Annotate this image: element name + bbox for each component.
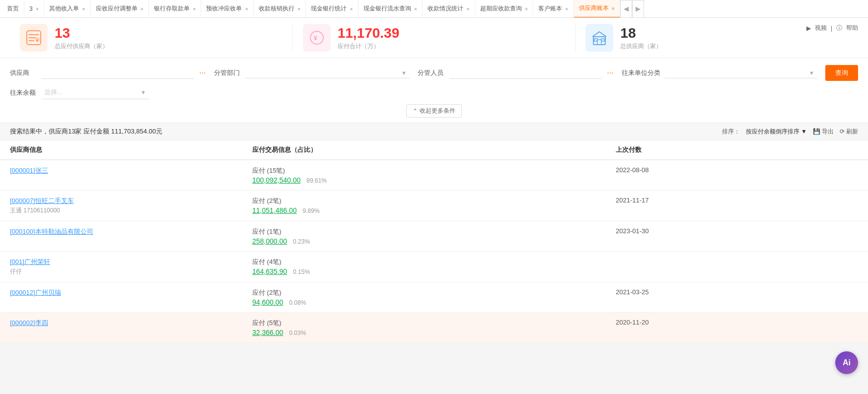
person-input[interactable] [449, 67, 602, 79]
balance-select[interactable]: 选择... ▼ [41, 86, 149, 99]
stat-total-text: 18 总供应商（家） [620, 25, 662, 51]
close-icon[interactable]: × [466, 6, 469, 12]
close-icon[interactable]: × [141, 6, 144, 12]
video-icon: ▶ [806, 25, 811, 32]
trans-amount[interactable]: 100,092,540.00 [252, 176, 300, 184]
trans-cell: 应付 (15笔) 100,092,540.00 89.61% [252, 166, 616, 184]
collapse-label: 收起更多条件 [420, 107, 455, 115]
balance-placeholder: 选择... [44, 88, 63, 97]
last-pay-cell: 2020-11-20 [616, 319, 858, 326]
nav-prev-arrow[interactable]: ◀ [620, 0, 632, 18]
trans-amount[interactable]: 32,366.00 [252, 328, 283, 336]
table-row[interactable]: [000007]恒旺二手叉车 王通 17106110000 应付 (2笔) 11… [0, 191, 868, 221]
close-icon[interactable]: × [350, 6, 353, 12]
close-icon[interactable]: × [193, 6, 196, 12]
nav-tab-cash-bank-flow-label: 现金银行流水查询 [363, 4, 411, 13]
trans-amount[interactable]: 11,051,486.00 [252, 206, 297, 214]
nav-tab-customer-book[interactable]: 客户账本 × [533, 0, 574, 18]
nav-tab-supplier-book[interactable]: 供应商账本 × [574, 0, 620, 18]
stat-payable-text: 13 总应付供应商（家） [55, 25, 108, 51]
trans-label: 应付 (5笔) [252, 319, 616, 328]
person-dots-btn[interactable]: ··· [607, 68, 613, 77]
collapse-button[interactable]: ⌃ 收起更多条件 [406, 104, 462, 118]
results-summary: 搜索结果中，供应商13家 应付金额 111,703,854.00元 [10, 127, 162, 136]
results-bar: 搜索结果中，供应商13家 应付金额 111,703,854.00元 排序： 按应… [0, 123, 868, 140]
close-icon[interactable]: × [36, 6, 39, 12]
table-row[interactable]: [000002]李四 应付 (5笔) 32,366.00 0.03% 2020-… [0, 313, 868, 343]
close-icon[interactable]: × [612, 5, 615, 11]
table-area: 供应商信息 应付交易信息（占比） 上次付数 [000001]张三 应付 (15笔… [0, 140, 868, 343]
nav-tab-home[interactable]: 首页 [2, 0, 24, 18]
export-button[interactable]: 💾 导出 [813, 128, 834, 136]
svg-rect-7 [594, 39, 597, 41]
search-button[interactable]: 查询 [825, 65, 858, 81]
close-icon[interactable]: × [525, 6, 528, 12]
supplier-link[interactable]: [000002]李四 [10, 319, 252, 328]
video-link[interactable]: 视频 [815, 24, 827, 32]
refresh-label: 刷新 [846, 128, 858, 136]
close-icon[interactable]: × [297, 6, 300, 12]
dept-label: 分管部门 [214, 68, 241, 77]
nav-tab-cash-bank-flow[interactable]: 现金银行流水查询 × [359, 0, 423, 18]
category-select[interactable]: ▼ [664, 68, 818, 78]
trans-amount[interactable]: 258,000.00 [252, 237, 287, 245]
table-row[interactable]: [001]广州荣轩 仔仔 应付 (4笔) 164,635.90 0.15% [0, 252, 868, 282]
close-icon[interactable]: × [414, 6, 417, 12]
supplier-input[interactable] [41, 67, 194, 79]
nav-tab-ar-ap-adjust[interactable]: 应收应付调整单 × [91, 0, 149, 18]
supplier-dots-btn[interactable]: ··· [199, 68, 206, 77]
table-header: 供应商信息 应付交易信息（占比） 上次付数 [0, 140, 868, 160]
nav-tab-collect-verify[interactable]: 收款核销执行 × [254, 0, 306, 18]
trans-percent: 9.89% [303, 207, 320, 214]
trans-row: 164,635.90 0.15% [252, 267, 616, 275]
trans-row: 32,366.00 0.03% [252, 328, 616, 336]
trans-amount[interactable]: 94,600.00 [252, 298, 283, 306]
table-row[interactable]: [000012]广州贝瑞 应付 (2笔) 94,600.00 0.08% 202… [0, 282, 868, 313]
dept-select[interactable]: ▼ [245, 68, 410, 78]
category-dropdown-icon: ▼ [809, 70, 814, 76]
nav-tab-other-income[interactable]: 其他收入单 × [44, 0, 90, 18]
trans-percent: 89.61% [306, 177, 327, 184]
supplier-link[interactable]: [000012]广州贝瑞 [10, 288, 252, 297]
close-icon[interactable]: × [245, 6, 248, 12]
category-label: 往来单位分类 [622, 68, 660, 77]
nav-tab-cash-bank-stat[interactable]: 现金银行统计 × [306, 0, 358, 18]
supplier-link[interactable]: [000100]本特勒油品有限公司 [10, 227, 252, 236]
svg-rect-6 [597, 40, 601, 45]
category-filter: 往来单位分类 ▼ [622, 68, 818, 78]
supplier-link[interactable]: [000001]张三 [10, 166, 252, 175]
help-link[interactable]: 帮助 [846, 24, 858, 32]
nav-tab-advance-collect[interactable]: 预收冲应收单 × [201, 0, 253, 18]
refresh-button[interactable]: ⟳ 刷新 [840, 128, 858, 136]
close-icon[interactable]: × [565, 6, 568, 12]
dept-dropdown-icon: ▼ [401, 70, 407, 76]
supplier-filter: 供应商 ··· [10, 67, 206, 79]
sort-value-text: 按应付余额倒序排序 [746, 128, 799, 136]
supplier-link[interactable]: [000007]恒旺二手叉车 [10, 197, 252, 205]
trans-percent: 0.08% [289, 299, 306, 306]
trans-amount[interactable]: 164,635.90 [252, 267, 287, 275]
trans-cell: 应付 (4笔) 164,635.90 0.15% [252, 258, 616, 275]
nav-tab-overdue-query[interactable]: 超期应收款查询 × [475, 0, 533, 18]
table-row[interactable]: [000001]张三 应付 (15笔) 100,092,540.00 89.61… [0, 160, 868, 191]
nav-tab-advance-collect-label: 预收冲应收单 [206, 4, 242, 13]
sort-value[interactable]: 按应付余额倒序排序 ▼ [746, 128, 807, 136]
nav-tab-3[interactable]: 3 × [24, 0, 44, 18]
nav-tab-ar-ap-adjust-label: 应收应付调整单 [96, 4, 138, 13]
table-row[interactable]: [000100]本特勒油品有限公司 应付 (1笔) 258,000.00 0.2… [0, 221, 868, 252]
nav-tab-3-label: 3 [29, 5, 33, 12]
supplier-link[interactable]: [001]广州荣轩 [10, 258, 252, 266]
nav-tab-bank-deposit[interactable]: 银行存取款单 × [149, 0, 201, 18]
export-icon: 💾 [813, 128, 820, 135]
supplier-cell: [000002]李四 [10, 319, 252, 328]
stat-payable-amount: ¥ 11,170.39 应付合计（万） [293, 24, 576, 52]
nav-tab-collect-stat[interactable]: 收款情况统计 × [423, 0, 475, 18]
close-icon[interactable]: × [82, 6, 85, 12]
collapse-row: ⌃ 收起更多条件 [10, 104, 858, 118]
nav-tab-other-income-label: 其他收入单 [49, 4, 79, 13]
results-actions: 排序： 按应付余额倒序排序 ▼ 💾 导出 ⟳ 刷新 [722, 128, 858, 136]
stat-payable-number: 13 [55, 25, 108, 42]
nav-tab-supplier-book-label: 供应商账本 [579, 4, 609, 12]
nav-next-arrow[interactable]: ▶ [632, 0, 644, 18]
supplier-cell: [001]广州荣轩 仔仔 [10, 258, 252, 276]
